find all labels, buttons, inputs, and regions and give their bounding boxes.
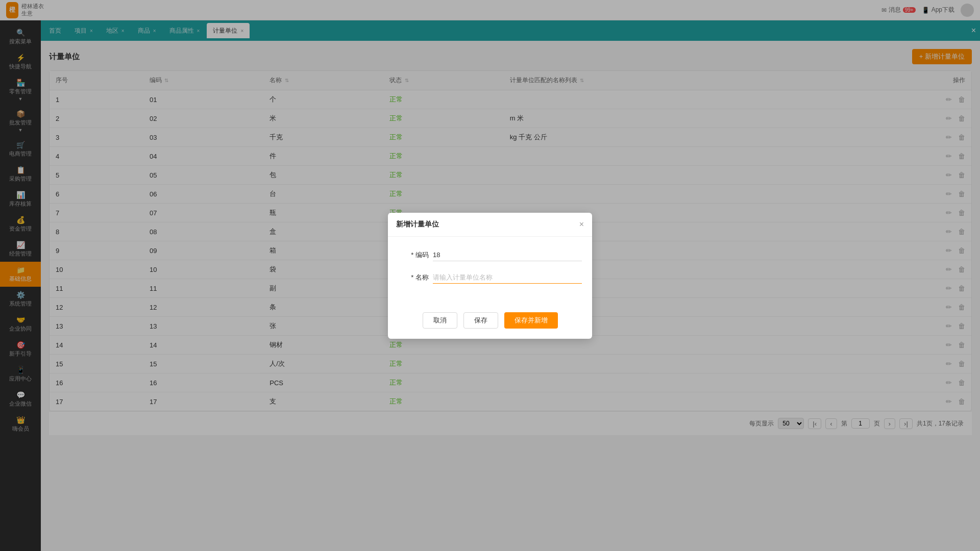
modal-title: 新增计量单位: [396, 220, 439, 229]
modal-footer: 取消 保存 保存并新增: [388, 306, 592, 339]
save-button[interactable]: 保存: [463, 312, 498, 329]
modal-close-button[interactable]: ×: [579, 220, 584, 229]
modal-header: 新增计量单位 ×: [388, 213, 592, 237]
save-and-new-button[interactable]: 保存并新增: [504, 312, 558, 329]
modal-overlay: 新增计量单位 × * 编码 * 名称 取消 保存 保存并新增: [0, 0, 980, 551]
add-measure-unit-modal: 新增计量单位 × * 编码 * 名称 取消 保存 保存并新增: [388, 213, 592, 339]
modal-body: * 编码 * 名称: [388, 237, 592, 306]
name-input[interactable]: [433, 271, 582, 284]
code-label: * 编码: [398, 251, 429, 260]
code-form-row: * 编码: [398, 249, 582, 261]
name-form-row: * 名称: [398, 271, 582, 284]
name-label: * 名称: [398, 273, 429, 282]
code-input[interactable]: [433, 249, 582, 261]
cancel-button[interactable]: 取消: [423, 312, 457, 329]
